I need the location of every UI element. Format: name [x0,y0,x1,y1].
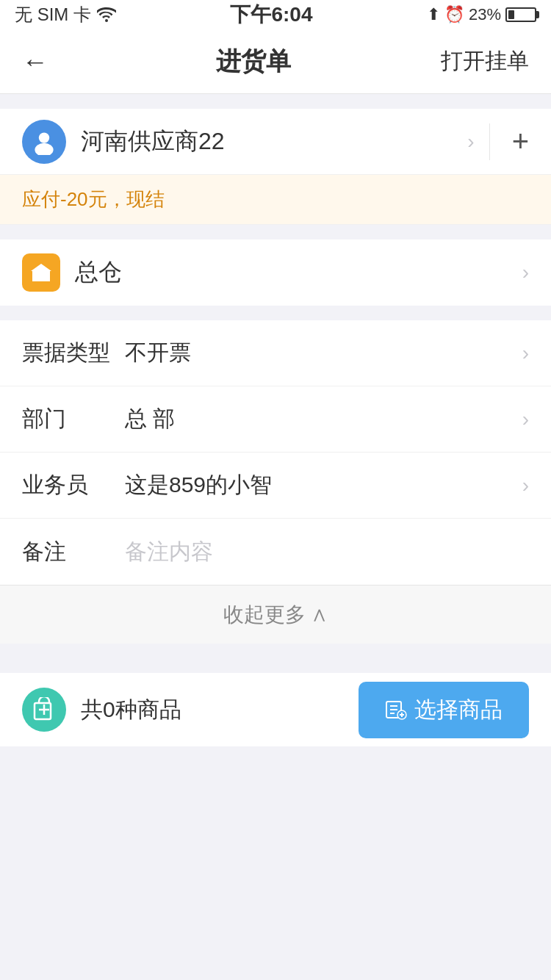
sales-label: 业务员 [22,470,118,500]
section-gap-2 [0,225,551,239]
section-gap-4 [0,644,551,658]
svg-point-1 [35,143,53,154]
page-title: 进货单 [216,45,291,79]
supplier-name: 河南供应商22 [81,126,467,158]
warehouse-name: 总仓 [75,256,522,289]
status-left: 无 SIM 卡 [15,3,116,26]
bottom-bar: 共0种商品 选择商品 [0,673,551,746]
alarm-icon: ⏰ [444,5,464,24]
section-gap-3 [0,306,551,320]
remark-label: 备注 [22,537,118,567]
svg-point-0 [39,132,49,143]
notice-text: 应付-20元，现结 [22,188,165,210]
carrier-text: 无 SIM 卡 [15,3,91,26]
dept-row[interactable]: 部门 总 部 › [0,386,551,453]
product-icon [32,697,57,722]
warehouse-icon-bg [22,253,60,292]
warehouse-row[interactable]: 总仓 › [0,239,551,306]
status-bar: 无 SIM 卡 下午6:04 ⬆ ⏰ 23% [0,0,551,29]
battery-icon [505,7,536,22]
form-section: 票据类型 不开票 › 部门 总 部 › 业务员 这是859的小智 › 备注 备注… [0,320,551,585]
supplier-row[interactable]: 河南供应商22 › + [0,109,551,175]
supplier-arrow-icon: › [467,130,474,154]
svg-rect-2 [35,703,51,719]
dept-value: 总 部 [125,404,522,434]
avatar-icon [31,129,57,155]
battery-percent: 23% [469,5,501,24]
status-right: ⬆ ⏰ 23% [427,5,536,24]
select-icon [385,699,407,721]
add-button[interactable]: + [512,125,529,158]
notice-bar: 应付-20元，现结 [0,175,551,225]
invoice-row[interactable]: 票据类型 不开票 › [0,320,551,386]
location-icon: ⬆ [427,5,440,24]
invoice-value: 不开票 [125,338,522,368]
section-gap-1 [0,94,551,109]
product-count: 共0种商品 [81,695,359,725]
sales-row[interactable]: 业务员 这是859的小智 › [0,453,551,519]
sales-arrow-icon: › [522,474,529,497]
sales-value: 这是859的小智 [125,470,522,500]
avatar [22,120,66,164]
open-pending-button[interactable]: 打开挂单 [441,46,529,76]
dept-label: 部门 [22,404,118,434]
select-product-label: 选择商品 [414,695,503,725]
supplier-card: 河南供应商22 › + 应付-20元，现结 [0,109,551,225]
product-icon-bg [22,688,66,732]
collapse-row[interactable]: 收起更多 ∧ [0,585,551,644]
wifi-icon [97,7,116,22]
remark-input[interactable]: 备注内容 [125,537,529,567]
invoice-arrow-icon: › [522,342,529,365]
invoice-label: 票据类型 [22,338,118,368]
warehouse-arrow-icon: › [522,261,529,284]
nav-bar: ← 进货单 打开挂单 [0,29,551,94]
collapse-label: 收起更多 ∧ [223,601,328,629]
divider [489,123,490,160]
status-time: 下午6:04 [230,1,312,29]
warehouse-icon [29,261,53,284]
remark-row[interactable]: 备注 备注内容 [0,519,551,585]
warehouse-card: 总仓 › [0,239,551,306]
dept-arrow-icon: › [522,408,529,431]
back-button[interactable]: ← [22,46,66,77]
select-product-button[interactable]: 选择商品 [359,682,529,738]
